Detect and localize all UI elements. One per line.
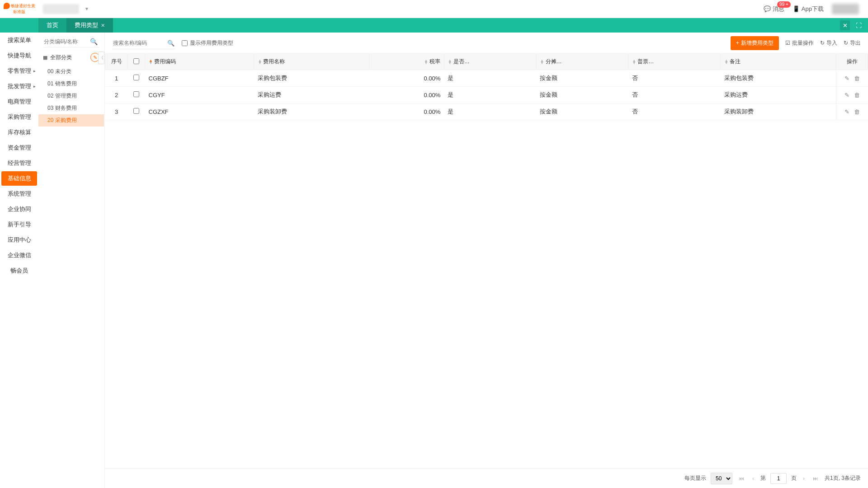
logo-subtitle: 标准版 — [13, 9, 25, 15]
fullscreen-button[interactable]: ⛶ — [854, 20, 863, 30]
org-name-blurred — [43, 4, 79, 14]
message-icon: 💬 — [764, 5, 771, 12]
messages-button[interactable]: 💬 消息 99 + — [764, 5, 784, 13]
tab-home[interactable]: 首页 — [38, 18, 66, 33]
close-icon: ✕ — [843, 22, 848, 29]
close-all-tabs-button[interactable]: ✕ — [840, 20, 850, 30]
logo-mark-icon — [4, 3, 10, 9]
app-download-label: App下载 — [802, 5, 824, 13]
mobile-icon: 📱 — [793, 5, 800, 12]
top-header: 畅捷通好生意 标准版 ▼ 💬 消息 99 + 📱 App下载 — [0, 0, 868, 18]
user-avatar[interactable] — [832, 4, 859, 14]
expand-icon: ⛶ — [856, 22, 862, 29]
logo[interactable]: 畅捷通好生意 标准版 — [0, 0, 38, 18]
tab-bar: 首页 费用类型 ✕ ✕ ⛶ — [0, 18, 868, 33]
org-switcher[interactable]: ▼ — [38, 4, 764, 14]
tab-expense-type[interactable]: 费用类型 ✕ — [66, 18, 113, 33]
app-download-button[interactable]: 📱 App下载 — [793, 5, 824, 13]
tab-expense-type-label: 费用类型 — [75, 21, 98, 29]
tab-home-label: 首页 — [47, 21, 58, 29]
logo-text: 畅捷通好生意 — [11, 3, 35, 9]
header-right: 💬 消息 99 + 📱 App下载 — [764, 4, 868, 14]
chevron-down-icon: ▼ — [85, 6, 89, 11]
close-icon[interactable]: ✕ — [101, 23, 105, 28]
messages-badge: 99 + — [777, 1, 791, 8]
